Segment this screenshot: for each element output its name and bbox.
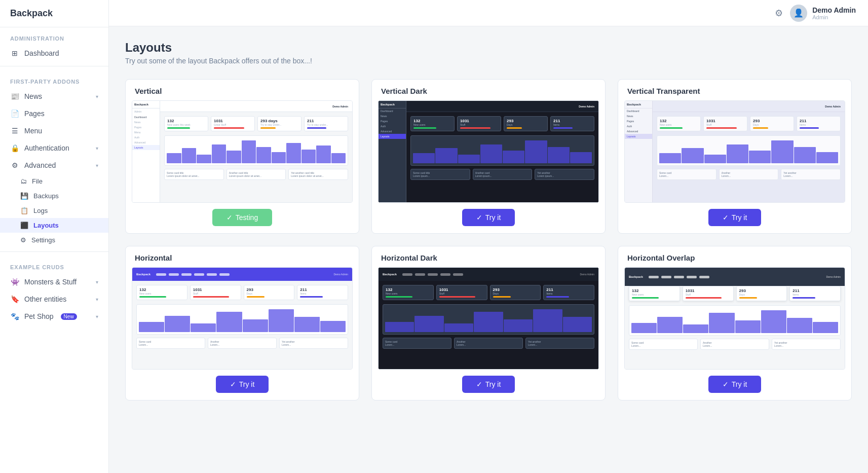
layout-card-title: Vertical [126, 80, 359, 100]
layouts-grid: Vertical Backpack Admin Dashboard News P… [125, 79, 852, 401]
layout-card-title: Horizontal Overlap [618, 246, 851, 267]
sidebar-item-label: Menu [24, 127, 42, 135]
layout-card-action: ✓ Try it [126, 370, 359, 400]
layout-preview-vertical: Backpack Admin Dashboard News Pages Menu… [132, 100, 353, 203]
user-menu[interactable]: 👤 Demo Admin Admin [790, 5, 856, 22]
mockup-body-transparent: 132New users 1031Stuff 293Days 211Items [653, 112, 845, 202]
layout-card-title: Vertical Dark [372, 80, 605, 100]
layout-card-vertical-dark: Vertical Dark Backpack Dashboard News Pa… [371, 79, 606, 234]
layout-preview-vertical-dark: Backpack Dashboard News Pages Auth Advan… [378, 100, 599, 203]
new-badge: New [61, 313, 77, 320]
pages-icon: 📄 [10, 110, 19, 118]
h-body: 132New users 1031Stuff 293Days 211Items [132, 281, 352, 369]
layout-card-title: Horizontal [126, 246, 359, 267]
sidebar-item-settings[interactable]: ⚙ Settings [0, 233, 108, 247]
sidebar-item-label: Layouts [33, 222, 59, 229]
user-role: Admin [812, 14, 856, 20]
chevron-down-icon: ▾ [96, 145, 98, 151]
mockup-sidebar: Backpack Admin Dashboard News Pages Menu… [132, 101, 160, 202]
sidebar-item-other-entities[interactable]: 🔖 Other entities ▾ [0, 290, 108, 308]
check-icon: ✓ [723, 213, 729, 222]
section-label-cruds: Example CRUDs [0, 256, 108, 273]
layout-card-title: Horizontal Dark [372, 246, 605, 267]
mockup-topbar-dark: Demo Admin [406, 101, 598, 112]
sidebar-item-label: Authentication [24, 144, 69, 152]
try-it-button-horizontal[interactable]: ✓ Try it [216, 376, 269, 393]
sidebar-item-news[interactable]: 📰 News ▾ [0, 88, 108, 105]
sidebar-item-label: Other entities [24, 295, 66, 303]
other-entities-icon: 🔖 [10, 295, 19, 303]
check-icon: ✓ [723, 380, 729, 388]
dashboard-icon: ⊞ [10, 49, 19, 57]
app-logo: Backpack [0, 0, 108, 27]
sidebar-item-label: File [32, 177, 43, 185]
mockup-topbar-transparent: Demo Admin [653, 101, 845, 112]
sidebar-item-pet-shop[interactable]: 🐾 Pet Shop New ▾ [0, 308, 108, 325]
h-body-dark: 132New users 1031Stuff 293Days 211Items [379, 281, 598, 369]
sidebar-item-label: Monsters & Stuff [24, 278, 77, 286]
check-icon: ✓ [227, 213, 233, 222]
advanced-icon: ⚙ [10, 161, 19, 169]
layout-preview-horizontal: Backpack Demo Admin 132New users [132, 267, 353, 370]
layout-card-horizontal-dark: Horizontal Dark Backpack Demo Admin [371, 246, 606, 401]
mockup-topbar: Demo Admin [160, 101, 352, 112]
mockup-body-dark: 132New users 1031Stuff 293Days 211Items [406, 112, 598, 202]
try-it-button-vertical-transparent[interactable]: ✓ Try it [708, 209, 762, 226]
h-topnav-overlap: Backpack Demo Admin [625, 268, 845, 286]
layout-card-vertical: Vertical Backpack Admin Dashboard News P… [125, 79, 359, 234]
check-icon: ✓ [230, 380, 236, 388]
layout-preview-horizontal-dark: Backpack Demo Admin 132New users 1031S [378, 267, 599, 370]
sidebar-item-label: News [24, 92, 42, 100]
sidebar-item-monsters[interactable]: 👾 Monsters & Stuff ▾ [0, 273, 108, 290]
pet-shop-icon: 🐾 [10, 312, 19, 320]
section-label-administration: Administration [0, 27, 108, 45]
mockup-sidebar-dark: Backpack Dashboard News Pages Auth Advan… [379, 101, 406, 202]
sidebar-item-advanced[interactable]: ⚙ Advanced ▾ [0, 157, 108, 174]
sidebar-item-authentication[interactable]: 🔒 Authentication ▾ [0, 139, 108, 157]
username: Demo Admin [812, 6, 856, 14]
layout-card-action: ✓ Try it [618, 203, 851, 233]
layout-card-action: ✓ Try it [618, 370, 851, 400]
sidebar-item-backups[interactable]: 💾 Backups [0, 189, 108, 203]
layout-preview-horizontal-overlap: Backpack Demo Admin 132New users 1031S [624, 267, 845, 370]
sidebar-item-label: Backups [33, 192, 59, 200]
sidebar-item-layouts[interactable]: ⬛ Layouts [0, 218, 108, 233]
layout-card-horizontal: Horizontal Backpack Demo Admin [125, 246, 359, 401]
logs-icon: 📋 [20, 207, 28, 214]
sidebar-item-pages[interactable]: 📄 Pages [0, 105, 108, 122]
chevron-down-icon: ▾ [96, 163, 98, 168]
layout-card-horizontal-overlap: Horizontal Overlap Backpack Demo Admin [618, 246, 852, 401]
try-it-button-horizontal-dark[interactable]: ✓ Try it [462, 376, 515, 393]
chevron-down-icon: ▾ [96, 94, 98, 99]
check-icon: ✓ [476, 213, 482, 222]
page-subtitle: Try out some of the layout Backpack offe… [125, 57, 852, 65]
file-icon: 🗂 [20, 177, 27, 185]
news-icon: 📰 [10, 92, 19, 100]
h-topnav-dark: Backpack Demo Admin [379, 268, 598, 281]
sidebar-item-label: Advanced [24, 161, 56, 169]
monsters-icon: 👾 [10, 278, 19, 286]
avatar: 👤 [790, 5, 807, 22]
layout-preview-vertical-transparent: Backpack Dashboard News Pages Auth Advan… [624, 100, 845, 203]
layout-card-title: Vertical Transparent [618, 80, 851, 100]
sidebar-item-label: Pages [24, 110, 45, 118]
settings-gear-icon[interactable]: ⚙ [775, 8, 783, 19]
layout-card-action: ✓ Try it [372, 370, 605, 400]
h-topnav: Backpack Demo Admin [132, 268, 352, 281]
try-it-button-vertical-dark[interactable]: ✓ Try it [462, 209, 515, 226]
check-icon: ✓ [476, 380, 482, 388]
chevron-down-icon: ▾ [96, 297, 98, 302]
sidebar-item-file[interactable]: 🗂 File [0, 174, 108, 189]
try-it-button-horizontal-overlap[interactable]: ✓ Try it [708, 376, 762, 393]
sidebar-item-logs[interactable]: 📋 Logs [0, 203, 108, 218]
backups-icon: 💾 [20, 192, 28, 200]
content-area: Layouts Try out some of the layout Backp… [109, 26, 868, 473]
layout-card-action: ✓ Testing [126, 203, 359, 233]
user-info: Demo Admin Admin [812, 6, 856, 20]
topbar: ⚙ 👤 Demo Admin Admin [109, 0, 868, 26]
sidebar-item-dashboard[interactable]: ⊞ Dashboard [0, 45, 108, 62]
sidebar-item-menu[interactable]: ☰ Menu [0, 122, 108, 139]
mockup-sidebar-transparent: Backpack Dashboard News Pages Auth Advan… [625, 101, 653, 202]
testing-button[interactable]: ✓ Testing [212, 209, 272, 226]
layout-card-action: ✓ Try it [372, 203, 605, 233]
